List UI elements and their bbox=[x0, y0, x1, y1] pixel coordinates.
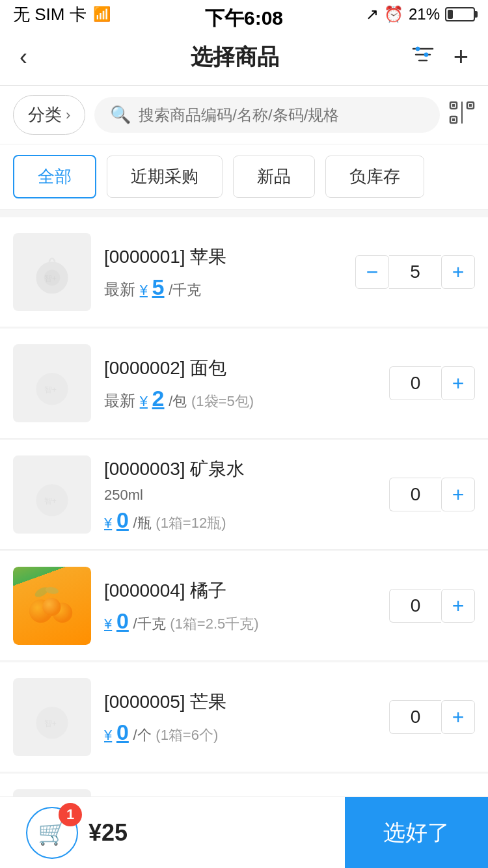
price-yen: ¥ bbox=[140, 282, 148, 298]
product-info: [0000003] 矿泉水 250ml ¥ 0 /瓶 (1箱=12瓶) bbox=[91, 457, 389, 533]
quantity-control: − + bbox=[355, 255, 475, 289]
qty-increase-button[interactable]: + bbox=[441, 478, 475, 511]
product-price: 最新 ¥ 5 /千克 bbox=[104, 275, 342, 300]
svg-text:智+: 智+ bbox=[44, 719, 57, 728]
quantity-control: + bbox=[389, 700, 475, 734]
product-info: [0000002] 面包 最新 ¥ 2 /包 (1袋=5包) bbox=[91, 356, 389, 411]
qty-increase-button[interactable]: + bbox=[441, 700, 475, 734]
qty-input[interactable] bbox=[389, 255, 441, 289]
product-thumbnail bbox=[13, 567, 91, 645]
qty-increase-button[interactable]: + bbox=[441, 255, 475, 289]
status-left: 无 SIM 卡 📶 bbox=[13, 3, 111, 26]
product-thumbnail: 智+ bbox=[13, 233, 91, 311]
nav-actions: + bbox=[412, 42, 468, 72]
product-price: ¥ 0 /千克 (1箱=2.5千克) bbox=[104, 608, 376, 634]
product-name: [0000001] 苹果 bbox=[104, 245, 342, 269]
search-bar: 分类 › 🔍 bbox=[0, 86, 488, 144]
price-unit: /个 bbox=[133, 727, 152, 743]
price-unit: /瓶 bbox=[133, 515, 152, 531]
product-thumbnail: 智+ bbox=[13, 344, 91, 422]
filter-tabs: 全部 近期采购 新品 负库存 bbox=[0, 144, 488, 210]
qty-increase-button[interactable]: + bbox=[441, 366, 475, 400]
product-name: [0000005] 芒果 bbox=[104, 690, 376, 714]
svg-point-3 bbox=[416, 47, 420, 51]
qty-decrease-button[interactable]: − bbox=[355, 255, 389, 289]
svg-point-20 bbox=[45, 586, 59, 595]
price-pack: (1箱=12瓶) bbox=[156, 515, 226, 531]
product-price: ¥ 0 /瓶 (1箱=12瓶) bbox=[104, 508, 376, 533]
price-number: 0 bbox=[116, 608, 129, 633]
product-thumbnail: 智+ bbox=[13, 455, 91, 534]
category-label: 分类 bbox=[28, 103, 62, 126]
svg-text:智+: 智+ bbox=[44, 385, 57, 394]
tab-negative[interactable]: 负库存 bbox=[325, 156, 424, 198]
price-yen: ¥ bbox=[104, 727, 112, 743]
product-spec: 250ml bbox=[104, 487, 376, 504]
price-unit: /千克 bbox=[169, 282, 201, 298]
product-name: [0000004] 橘子 bbox=[104, 578, 376, 603]
add-product-button[interactable]: + bbox=[454, 42, 468, 72]
product-item: 智+ [0000003] 矿泉水 250ml ¥ 0 /瓶 (1箱=12瓶) + bbox=[0, 440, 488, 550]
price-number: 0 bbox=[116, 720, 129, 744]
price-pack: (1袋=5包) bbox=[191, 393, 254, 409]
location-icon: ↗ bbox=[366, 5, 379, 23]
status-right: ↗ ⏰ 21% bbox=[366, 5, 475, 23]
tab-recent[interactable]: 近期采购 bbox=[107, 156, 223, 198]
product-thumbnail: 智+ bbox=[13, 678, 91, 756]
status-time: 下午6:08 bbox=[205, 5, 283, 32]
product-item: 智+ [0000005] 芒果 ¥ 0 /个 (1箱=6个) + bbox=[0, 662, 488, 772]
svg-rect-9 bbox=[469, 104, 472, 107]
price-pack: (1箱=2.5千克) bbox=[170, 616, 258, 632]
cart-section: 🛒 1 ¥25 bbox=[0, 807, 345, 859]
alarm-icon: ⏰ bbox=[384, 5, 403, 23]
qty-input[interactable] bbox=[389, 700, 441, 734]
product-price: ¥ 0 /个 (1箱=6个) bbox=[104, 720, 376, 745]
battery-bar bbox=[445, 7, 475, 21]
scan-icon[interactable] bbox=[449, 101, 475, 129]
qty-increase-button[interactable]: + bbox=[441, 589, 475, 623]
price-number: 5 bbox=[152, 275, 165, 299]
svg-point-4 bbox=[424, 53, 428, 57]
product-item: 智+ [0000001] 苹果 最新 ¥ 5 /千克 − + bbox=[0, 217, 488, 327]
svg-point-26 bbox=[42, 598, 61, 616]
page-title: 选择商品 bbox=[191, 42, 279, 72]
cart-badge: 1 bbox=[59, 803, 82, 826]
back-button[interactable]: ‹ bbox=[20, 44, 59, 71]
product-list: 智+ [0000001] 苹果 最新 ¥ 5 /千克 − + 智+ bbox=[0, 217, 488, 868]
filter-icon[interactable] bbox=[412, 45, 434, 69]
price-number: 2 bbox=[152, 386, 165, 411]
qty-input[interactable] bbox=[389, 478, 441, 511]
svg-text:智+: 智+ bbox=[44, 274, 57, 283]
price-label: 最新 bbox=[104, 392, 140, 409]
carrier-text: 无 SIM 卡 bbox=[13, 3, 87, 26]
price-number: 0 bbox=[116, 508, 129, 532]
cart-total-price: ¥25 bbox=[88, 819, 128, 847]
cart-button[interactable]: 🛒 1 bbox=[26, 807, 78, 859]
svg-rect-8 bbox=[452, 104, 455, 107]
tab-all[interactable]: 全部 bbox=[13, 155, 96, 198]
bottom-bar: 🛒 1 ¥25 选好了 bbox=[0, 796, 488, 868]
product-item: 智+ [0000002] 面包 最新 ¥ 2 /包 (1袋=5包) + bbox=[0, 329, 488, 439]
product-info: [0000004] 橘子 ¥ 0 /千克 (1箱=2.5千克) bbox=[91, 578, 389, 634]
price-unit: /千克 bbox=[133, 616, 166, 632]
nav-bar: ‹ 选择商品 + bbox=[0, 29, 488, 86]
quantity-control: + bbox=[389, 589, 475, 623]
product-name: [0000002] 面包 bbox=[104, 356, 376, 381]
confirm-button[interactable]: 选好了 bbox=[345, 797, 488, 869]
search-icon: 🔍 bbox=[110, 105, 131, 125]
battery-text: 21% bbox=[409, 5, 440, 23]
price-label: 最新 bbox=[104, 280, 140, 298]
price-unit: /包 bbox=[169, 393, 187, 409]
search-input[interactable] bbox=[139, 106, 424, 124]
price-yen: ¥ bbox=[140, 393, 148, 409]
category-button[interactable]: 分类 › bbox=[13, 95, 85, 135]
chevron-right-icon: › bbox=[66, 107, 70, 124]
qty-input[interactable] bbox=[389, 366, 441, 400]
quantity-control: + bbox=[389, 478, 475, 511]
svg-text:智+: 智+ bbox=[44, 496, 57, 506]
product-name: [0000003] 矿泉水 bbox=[104, 457, 376, 481]
tab-new[interactable]: 新品 bbox=[233, 156, 315, 198]
quantity-control: + bbox=[389, 366, 475, 400]
qty-input[interactable] bbox=[389, 589, 441, 623]
svg-rect-10 bbox=[452, 118, 455, 121]
